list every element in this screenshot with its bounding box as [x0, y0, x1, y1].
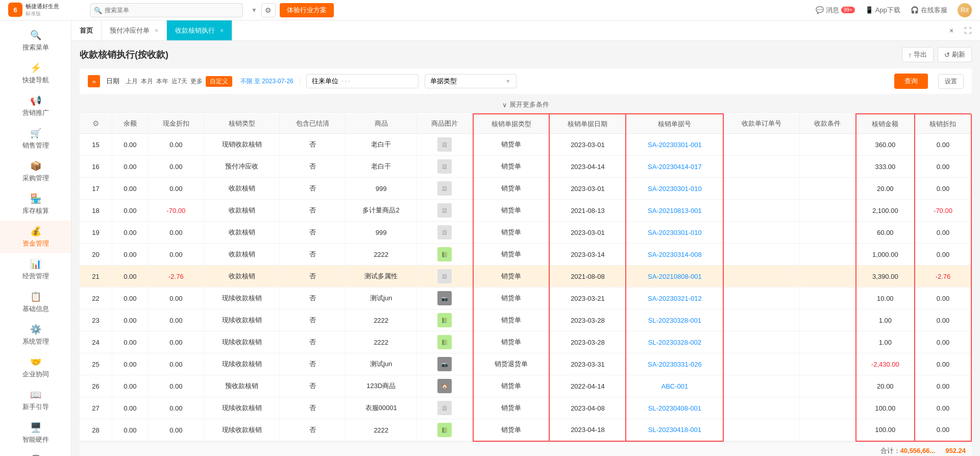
- date-7days[interactable]: 近7天: [172, 77, 187, 86]
- sidebar-item-inventory[interactable]: 🏪 库存核算: [0, 188, 71, 221]
- message-btn[interactable]: 💬 消息 99+: [816, 6, 855, 15]
- date-more[interactable]: 更多: [190, 77, 203, 86]
- bill-no-link[interactable]: ABC-001: [662, 382, 689, 390]
- top-dropdown[interactable]: ▼: [251, 7, 257, 14]
- expand-more-button[interactable]: ∨ 展开更多条件: [502, 100, 549, 109]
- row-receipt-cond: [800, 375, 856, 397]
- row-bill-no[interactable]: SA-20210813-001: [626, 200, 723, 222]
- sidebar-item-hardware[interactable]: 🖥️ 智能硬件: [0, 417, 71, 449]
- refresh-button[interactable]: ↺ 刷新: [938, 47, 972, 62]
- tab-write-off-close[interactable]: ×: [220, 27, 224, 34]
- row-bill-no[interactable]: SA-20230414-017: [626, 156, 723, 178]
- marketing-icon: 📢: [30, 95, 41, 106]
- row-bill-type: 销货单: [473, 178, 550, 200]
- row-goods-img: 📗: [416, 419, 473, 441]
- row-bill-no[interactable]: SL-20230418-001: [626, 419, 723, 441]
- online-service-btn[interactable]: 🎧 在线客服: [911, 6, 947, 15]
- row-write-off-type: 现续收款核销: [204, 287, 280, 309]
- user-avatar[interactable]: Rit: [958, 3, 972, 17]
- search-menu-icon: 🔍: [30, 30, 41, 41]
- col-gear[interactable]: ⚙: [80, 114, 112, 134]
- row-write-off-discount: 0.00: [915, 375, 971, 397]
- row-bill-no[interactable]: SA-20230301-010: [626, 222, 723, 244]
- row-bill-type: 销货单: [473, 266, 550, 287]
- col-include-settled: 包含已结清: [280, 114, 346, 134]
- col-receipt-order-no: 收款单订单号: [723, 114, 799, 134]
- date-custom[interactable]: 自定义: [206, 76, 232, 87]
- date-this-month[interactable]: 本月: [141, 77, 153, 86]
- sidebar-item-search[interactable]: 🔍 搜索菜单: [0, 25, 71, 57]
- top-search-input[interactable]: [90, 3, 243, 17]
- row-bill-no[interactable]: SA-20230301-001: [626, 134, 723, 156]
- sidebar-item-marketing[interactable]: 📢 营销推广: [0, 90, 71, 123]
- sidebar-item-basic[interactable]: 📋 基础信息: [0, 286, 71, 319]
- row-bill-type: 销货单: [473, 156, 550, 178]
- row-include-settled: 否: [280, 222, 346, 244]
- sidebar-item-finance[interactable]: 💰 资金管理: [0, 221, 71, 253]
- bill-no-link[interactable]: SA-20230331-026: [648, 361, 702, 368]
- tab-write-off[interactable]: 收款核销执行 ×: [167, 20, 232, 40]
- row-bill-no[interactable]: SA-20230314-008: [626, 244, 723, 266]
- bill-no-link[interactable]: SL-20230418-001: [648, 426, 701, 434]
- row-cash-discount: 0.00: [148, 353, 204, 375]
- bill-no-link[interactable]: SL-20230408-001: [648, 404, 701, 412]
- bill-type-filter[interactable]: 单据类型 ▼: [425, 74, 517, 88]
- system-icon: ⚙️: [30, 324, 41, 335]
- bill-no-link[interactable]: SA-20210813-001: [648, 207, 702, 214]
- row-receipt-cond: [800, 222, 856, 244]
- row-write-off-discount: -2.76: [915, 266, 971, 287]
- solution-button[interactable]: 体验行业方案: [280, 3, 334, 17]
- row-bill-no[interactable]: SL-20230328-001: [626, 309, 723, 331]
- sidebar-item-wechat[interactable]: 💬 企业微信: [0, 449, 71, 456]
- row-bill-no[interactable]: SA-20230301-010: [626, 178, 723, 200]
- gear-button[interactable]: ⚙: [261, 3, 276, 17]
- row-goods: 999: [346, 178, 417, 200]
- export-button[interactable]: ↑ 导出: [902, 47, 934, 62]
- sidebar-item-system[interactable]: ⚙️ 系统管理: [0, 319, 71, 351]
- row-write-off-discount: -70.00: [915, 200, 971, 222]
- partner-filter[interactable]: 往来单位 ···: [306, 74, 419, 88]
- content-area: 首页 预付冲应付单 × 收款核销执行 × × ⛶ 收款核销执行(按收款): [71, 20, 980, 456]
- sidebar-item-quick[interactable]: ⚡ 快捷导航: [0, 57, 71, 90]
- bill-no-link[interactable]: SA-20230314-008: [648, 251, 702, 258]
- sidebar-item-guide[interactable]: 📖 新手引导: [0, 384, 71, 417]
- tab-home[interactable]: 首页: [71, 20, 102, 40]
- row-balance: 0.00: [112, 266, 148, 287]
- row-bill-no[interactable]: SA-20210808-001: [626, 266, 723, 287]
- row-write-off-amount: 100.00: [856, 419, 915, 441]
- bill-no-link[interactable]: SA-20210808-001: [648, 273, 702, 280]
- col-goods: 商品: [346, 114, 417, 134]
- row-bill-no[interactable]: SA-20230321-012: [626, 287, 723, 309]
- sidebar-item-sales[interactable]: 🛒 销售管理: [0, 123, 71, 155]
- logo: 6 畅捷通好生意 标准版: [8, 3, 80, 17]
- sidebar-item-purchase[interactable]: 📦 采购管理: [0, 155, 71, 188]
- row-bill-no[interactable]: SL-20230408-001: [626, 397, 723, 419]
- bill-no-link[interactable]: SL-20230328-001: [648, 317, 701, 324]
- tab-bar-actions: × ⛶: [945, 25, 980, 37]
- tab-expand-btn[interactable]: ⛶: [962, 25, 974, 37]
- row-bill-no[interactable]: ABC-001: [626, 375, 723, 397]
- filter-expand-btn[interactable]: »: [88, 75, 100, 87]
- setting-button[interactable]: 设置: [938, 74, 964, 89]
- sidebar-item-collab[interactable]: 🤝 企业协同: [0, 351, 71, 384]
- bill-no-link[interactable]: SL-20230328-002: [648, 339, 701, 346]
- bill-no-link[interactable]: SA-20230321-012: [648, 295, 702, 302]
- row-bill-no[interactable]: SL-20230328-002: [626, 331, 723, 353]
- date-last-month[interactable]: 上月: [126, 77, 138, 86]
- app-download-btn[interactable]: 📱 App下载: [865, 6, 900, 15]
- tab-prepaid[interactable]: 预付冲应付单 ×: [102, 20, 167, 40]
- bill-no-link[interactable]: SA-20230301-010: [648, 185, 702, 193]
- date-this-year[interactable]: 本年: [156, 77, 168, 86]
- bill-no-link[interactable]: SA-20230414-017: [648, 163, 702, 171]
- query-button[interactable]: 查询: [894, 74, 928, 89]
- sidebar-item-operation[interactable]: 📊 经营管理: [0, 253, 71, 286]
- row-bill-no[interactable]: SA-20230331-026: [626, 353, 723, 375]
- row-goods: 多计量商品2: [346, 200, 417, 222]
- tab-close-btn[interactable]: ×: [945, 25, 958, 37]
- bill-no-link[interactable]: SA-20230301-001: [648, 141, 702, 149]
- row-bill-date: 2023-03-28: [549, 309, 626, 331]
- tab-prepaid-close[interactable]: ×: [155, 27, 158, 34]
- row-id: 22: [80, 287, 112, 309]
- top-search[interactable]: 🔍: [90, 3, 243, 17]
- bill-no-link[interactable]: SA-20230301-010: [648, 229, 702, 236]
